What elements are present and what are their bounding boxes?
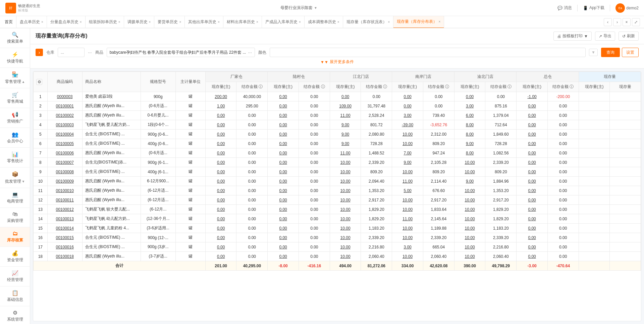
tab-inventory-status[interactable]: 现存量（库存状况表） × [343,16,394,28]
sidebar-item-system[interactable]: ⚙ 系统管理 [0,306,30,324]
industry-selector[interactable]: 母婴行业演示陈套 ▼ [280,5,317,11]
cell-lushan-amt: 0.00 [299,224,330,233]
cell-code: 00100005 [47,139,82,148]
tab-other-outbound[interactable]: 其他出库单历史 × [185,16,223,28]
settings-icon[interactable]: ⚙ [36,79,42,85]
tab-close-icon[interactable]: × [41,20,43,24]
sidebar-item-retail-stats[interactable]: 📊 零售统计 [0,148,30,168]
cell-yubeimen-qty: 10.00 [454,167,485,177]
tab-home[interactable]: 首页 [1,16,16,28]
sidebar-item-operations[interactable]: 📈 经营管理 [0,267,30,286]
avatar-text: Ea [619,6,622,10]
tab-stocktake-history[interactable]: 盘点单历史 × [16,16,47,28]
tab-order-history[interactable]: 要货单历史 × [154,16,185,28]
warehouse-input[interactable] [58,48,85,57]
cell-yubeimen-amt: 1,884.96 [485,177,517,186]
tab-close-icon[interactable]: × [438,20,440,24]
cell-yubeimen-amt: 1,849.60 [485,130,517,139]
cell-nanan-qty: 0.00 [392,101,423,111]
cell-yubeimen-qty: 0.00 [454,92,485,101]
sidebar-item-retail-mgmt[interactable]: 🏪 零售管理 ▲ [0,68,30,88]
tab-assembly-disassembly[interactable]: 组装拆卸单历史 × [86,16,124,28]
sidebar-item-member-center[interactable]: 👥 会员中心 [0,128,30,148]
tab-cost-adjustment[interactable]: 成本调整单历史 × [305,16,343,28]
goods-selector-btn[interactable]: ··· [248,50,252,55]
tab-close-icon[interactable]: × [80,20,82,24]
expand-more-btn[interactable]: ▼▼ 展开更多条件 [320,59,354,65]
cell-unit: 罐 [175,148,205,158]
tab-finished-inbound[interactable]: 产成品入库单历史 × [262,16,305,28]
cell-jiangbei-amt: 809.20 [361,167,392,177]
tab-next-btn[interactable]: › [613,18,621,26]
tab-expand-btn[interactable]: ⤢ [632,18,640,26]
cell-jiangbei-qty: 10.00 [330,252,361,261]
cell-lushan-amt: 0.00 [299,186,330,195]
cell-name: 飞鹤星飞帆 婴儿配方奶... [82,120,141,130]
tab-close-icon[interactable]: × [179,20,181,24]
cell-spec: 0-6月婴儿... [141,111,175,120]
warehouse-label: 仓库 [46,50,54,55]
tab-material-outbound[interactable]: 材料出库单历史 × [223,16,262,28]
tab-close-icon[interactable]: × [388,20,390,24]
tab-close-icon[interactable]: × [118,20,120,24]
export-btn[interactable]: ↗ 导出 [595,32,615,41]
messages-btn[interactable]: 💬 消息 [557,5,572,11]
tab-prev-btn[interactable]: ‹ [604,18,612,26]
print-btn[interactable]: 🖨 按模板打印 ▼ [553,32,592,41]
warehouse-selector-btn[interactable]: ··· [88,50,92,55]
cell-jiangbei-qty: 9.00 [330,120,361,130]
avatar: Ea [615,3,625,13]
tab-transfer[interactable]: 调拨单历史 × [124,16,155,28]
sidebar-item-quicknav[interactable]: ⚡ 快捷导航 [0,48,30,68]
cell-yubeimen-amt: 1,183.20 [485,224,517,233]
cell-total-amt: 0.00 [547,224,579,233]
cell-index: 1 [34,92,48,101]
cell-lushan-amt: 0.00 [299,92,330,101]
cell-code: 00100006 [47,148,82,158]
cell-factory-qty: 0.00 [205,111,236,120]
table-row: 7 00100006 惠氏启醒 (Wyeth illu... (0-6月适...… [34,148,641,158]
th-factory: 厂家仓 [205,72,267,82]
tab-close-all-btn[interactable]: × [623,18,631,26]
color-input[interactable] [270,48,586,57]
sidebar-item-finance[interactable]: 💰 资金管理 [0,247,30,267]
tab-close-icon[interactable]: × [149,20,151,24]
sidebar-item-retail-mall[interactable]: 🛒 零售商城 [0,88,30,108]
cell-current-qty [579,111,610,120]
sidebar-item-marketing[interactable]: 📢 营销推广 [0,108,30,128]
tab-close-icon[interactable]: × [218,20,220,24]
tab-close-icon[interactable]: × [256,20,258,24]
tab-close-icon[interactable]: × [299,20,301,24]
filter-expand-btn[interactable]: › [36,49,43,56]
cell-spec: (0-6月适... [141,101,175,111]
user-menu[interactable]: Ea demo2 [615,3,639,13]
member-icon: 👥 [2,131,28,138]
tab-partial-stocktake[interactable]: 分量盘点单历史 × [47,16,86,28]
goods-field[interactable]: babycare孕妇待产包 春季入院全套母子组合孕妇产后冬季月子用品 22件套 … [107,48,255,57]
refresh-btn[interactable]: ↺ 刷新 [619,32,639,41]
sidebar-item-purchase[interactable]: 🛍 采购管理 [0,208,30,227]
th-current: 现存量 [579,72,641,82]
tab-inventory-distribution[interactable]: 现存量（库存分布表） × [393,16,444,28]
cell-spec: 900g (0-6... [141,130,175,139]
cell-code: 00100001 [47,101,82,111]
app-download-btn[interactable]: 📱 App下载 [583,5,604,11]
sidebar-item-inventory[interactable]: 🗂 库存核算 [0,227,30,247]
tab-close-icon[interactable]: × [337,20,339,24]
table-container[interactable]: ⚙ 商品编码 商品名称 规格型号 主计量单位 厂家仓 陆村仓 江北门店 南岸门店… [33,71,641,321]
cell-nanan-qty: 10.00 [392,167,423,177]
cell-nanan-qty: 10.00 [392,205,423,214]
cell-name: 合生元 (BIOSTIME) ... [82,130,141,139]
cell-lushan-qty: 0.00 [268,252,299,261]
sidebar-item-basic-info[interactable]: 📋 基础信息 [0,286,30,306]
color-selector-btn[interactable]: ▼ [589,49,598,56]
cell-spec: 6-12月900... [141,177,175,186]
sidebar-item-search[interactable]: 🔍 搜索菜单 [0,28,30,48]
setting-btn[interactable]: 设置 [622,48,639,57]
cell-name: 飞鹤星飞帆 儿童奶粉 4... [82,224,141,233]
cell-yubeimen-amt: 0.00 [485,92,517,101]
search-btn[interactable]: 查询 [601,48,620,57]
cell-factory-qty: 0.00 [205,252,236,261]
sidebar-item-ecommerce[interactable]: 💻 电商管理 [0,188,30,208]
sidebar-item-wholesale[interactable]: 📦 批发管理 ▼ [0,168,30,188]
